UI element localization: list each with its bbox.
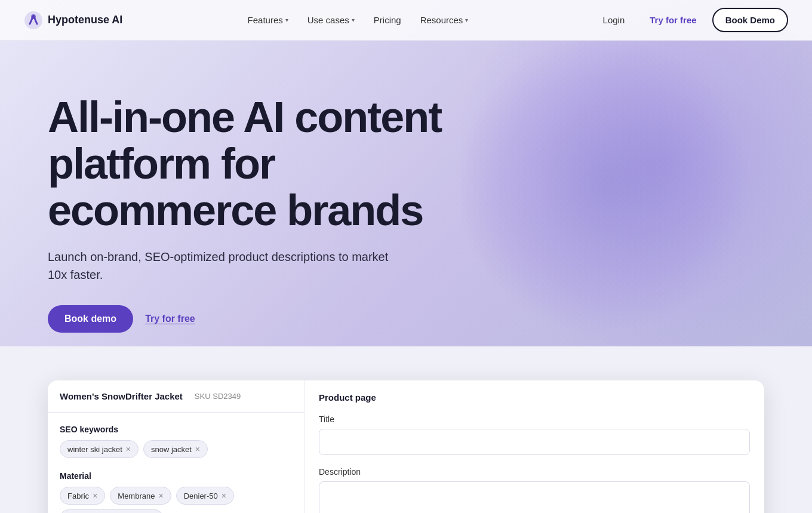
svg-point-1: [31, 14, 36, 19]
nav-pricing[interactable]: Pricing: [365, 10, 410, 30]
nav-links: Features ▾ Use cases ▾ Pricing Resources…: [239, 10, 477, 30]
chevron-down-icon: ▾: [352, 17, 355, 23]
product-panel-right: Product page Title Description: [304, 380, 764, 513]
nav-features[interactable]: Features ▾: [239, 10, 297, 30]
navbar: Hypotenuse AI Features ▾ Use cases ▾ Pri…: [0, 0, 812, 41]
seo-keywords-label: SEO keywords: [60, 425, 292, 434]
tag-membrane: Membrane ×: [110, 487, 171, 505]
hero-section: All-in-one AI content platform for ecomm…: [0, 41, 812, 368]
book-demo-hero-button[interactable]: Book demo: [48, 305, 133, 333]
tag-winter-ski-jacket: winter ski jacket ×: [60, 440, 139, 458]
material-tags-row: Fabric × Membrane × Denier-50 × Recycled…: [60, 487, 292, 513]
seo-tags-row: winter ski jacket × snow jacket ×: [60, 440, 292, 458]
try-for-free-button[interactable]: Try for free: [639, 10, 707, 30]
hero-subtitle: Launch on-brand, SEO-optimized product d…: [48, 248, 406, 284]
tag-snow-jacket: snow jacket ×: [143, 440, 208, 458]
material-label: Material: [60, 471, 292, 481]
nav-use-cases[interactable]: Use cases ▾: [299, 10, 363, 30]
hero-title: All-in-one AI content platform for ecomm…: [48, 94, 525, 234]
product-name: Women's SnowDrifter Jacket: [60, 391, 183, 401]
nav-resources[interactable]: Resources ▾: [412, 10, 477, 30]
material-section: Material Fabric × Membrane × Denier-50 ×: [60, 471, 292, 513]
tag-fabric: Fabric ×: [60, 487, 105, 505]
title-field-group: Title: [319, 414, 750, 455]
product-sku: SKU SD2349: [195, 392, 241, 401]
try-for-free-hero-button[interactable]: Try for free: [145, 314, 195, 324]
brand-name: Hypotenuse AI: [48, 14, 122, 26]
hero-cta: Book demo Try for free: [48, 305, 764, 333]
logo-icon: [24, 11, 43, 30]
chevron-down-icon: ▾: [285, 17, 288, 23]
svg-point-0: [24, 11, 42, 29]
description-textarea[interactable]: [319, 481, 750, 513]
remove-tag-icon[interactable]: ×: [126, 444, 131, 454]
product-panel-left: Women's SnowDrifter Jacket SKU SD2349 SE…: [48, 380, 304, 513]
description-field-group: Description: [319, 467, 750, 513]
panel-body: SEO keywords winter ski jacket × snow ja…: [48, 413, 304, 513]
login-button[interactable]: Login: [593, 10, 635, 30]
remove-tag-icon[interactable]: ×: [195, 444, 200, 454]
seo-keywords-section: SEO keywords winter ski jacket × snow ja…: [60, 425, 292, 458]
chevron-down-icon: ▾: [465, 17, 468, 23]
title-input[interactable]: [319, 429, 750, 455]
tag-recycled-polyester: Recycled polyester knit ×: [60, 509, 164, 513]
book-demo-nav-button[interactable]: Book Demo: [712, 8, 788, 32]
remove-tag-icon[interactable]: ×: [222, 491, 226, 500]
remove-tag-icon[interactable]: ×: [158, 491, 163, 500]
tag-denier50: Denier-50 ×: [176, 487, 234, 505]
remove-tag-icon[interactable]: ×: [93, 491, 97, 500]
title-field-label: Title: [319, 414, 750, 424]
logo-link[interactable]: Hypotenuse AI: [24, 11, 122, 30]
panel-header: Women's SnowDrifter Jacket SKU SD2349: [48, 380, 304, 413]
nav-actions: Login Try for free Book Demo: [593, 8, 788, 32]
product-page-label: Product page: [319, 392, 750, 403]
product-ui-card: Women's SnowDrifter Jacket SKU SD2349 SE…: [48, 380, 764, 513]
description-field-label: Description: [319, 467, 750, 477]
